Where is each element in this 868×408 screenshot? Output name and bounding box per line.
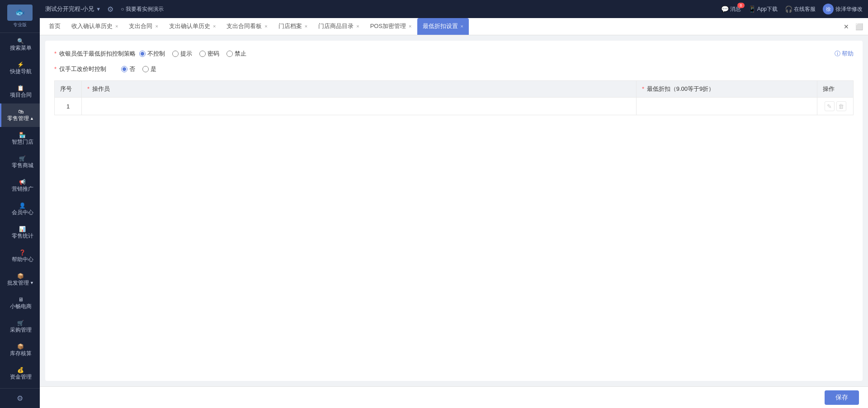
required-indicator: * bbox=[54, 66, 57, 72]
tab-close-icon[interactable]: × bbox=[356, 23, 359, 29]
message-button[interactable]: 💬 消息 8 bbox=[721, 5, 741, 13]
delete-button[interactable]: 🗑 bbox=[836, 101, 846, 111]
sidebar-item-label: 帮助中心 bbox=[12, 256, 33, 263]
help-label: 帮助 bbox=[842, 50, 854, 58]
sidebar-item-label: 会员中心 bbox=[12, 209, 33, 216]
sidebar-item-wholesale[interactable]: 📦 批发管理 ▼ bbox=[0, 268, 40, 291]
avatar: 徐 bbox=[823, 4, 834, 14]
project-dropdown-icon: ▼ bbox=[96, 6, 101, 12]
manual-yes-radio[interactable] bbox=[142, 66, 149, 72]
manual-yes-option[interactable]: 是 bbox=[142, 65, 156, 73]
manual-no-option[interactable]: 否 bbox=[121, 65, 135, 73]
tab-label: 门店档案 bbox=[278, 22, 302, 30]
sidebar-item-marketing[interactable]: 📢 营销推广 bbox=[0, 174, 40, 197]
strategy-forbid-option[interactable]: 禁止 bbox=[226, 50, 246, 58]
sidebar-item-purchase[interactable]: 🛒 采购管理 bbox=[0, 315, 40, 338]
save-button[interactable]: 保存 bbox=[825, 390, 859, 405]
strategy-no-control-option[interactable]: 不控制 bbox=[139, 50, 165, 58]
sidebar-item-label: 小畅电商 bbox=[10, 303, 32, 310]
tab-pos-password[interactable]: POS加密管理 × bbox=[365, 18, 417, 35]
help-circle-icon: ⓘ bbox=[835, 50, 840, 58]
tab-income-history[interactable]: 收入确认单历史 × bbox=[66, 18, 123, 35]
strategy-password-option[interactable]: 密码 bbox=[199, 50, 219, 58]
edit-button[interactable]: ✎ bbox=[825, 101, 835, 111]
inventory-icon: 📦 bbox=[17, 343, 24, 350]
sidebar-item-shortcut[interactable]: ⚡ 快捷导航 bbox=[0, 56, 40, 80]
topbar-demo[interactable]: ○ 我要看实例演示 bbox=[121, 5, 164, 13]
tab-close-all-button[interactable]: ✕ bbox=[841, 21, 852, 32]
member-icon: 👤 bbox=[19, 202, 26, 209]
tab-store-file[interactable]: 门店档案 × bbox=[273, 18, 313, 35]
app-download-label: App下载 bbox=[757, 5, 778, 13]
sidebar-bottom: ⚙ bbox=[0, 388, 40, 408]
tab-store-goods[interactable]: 门店商品目录 × bbox=[313, 18, 364, 35]
tab-close-icon[interactable]: × bbox=[461, 23, 463, 29]
action-buttons: ✎ 🗑 bbox=[823, 101, 848, 111]
row-operator bbox=[82, 98, 637, 115]
username: 徐泽华修改 bbox=[835, 5, 863, 13]
customer-service-icon: 🎧 bbox=[785, 5, 793, 13]
tab-close-icon[interactable]: × bbox=[305, 23, 307, 29]
app-download-button[interactable]: 📱 App下载 bbox=[748, 5, 778, 13]
topbar-settings-button[interactable]: ⚙ bbox=[107, 5, 113, 14]
tab-close-icon[interactable]: × bbox=[115, 23, 118, 29]
col-header-action: 操作 bbox=[817, 81, 854, 98]
chevron-up-icon: ▲ bbox=[30, 116, 34, 121]
strategy-label: * 收银员低于最低折扣控制策略 bbox=[54, 50, 136, 58]
manual-form-row: * 仅手工改价时控制 否 是 bbox=[54, 65, 854, 73]
topbar-project[interactable]: 测试分开完程-小兄 ▼ bbox=[45, 5, 103, 13]
sidebar-item-retail-mgmt[interactable]: 🛍 零售管理 ▲ bbox=[0, 103, 40, 127]
message-badge: 8 bbox=[737, 3, 745, 8]
stats-icon: 📊 bbox=[19, 226, 26, 232]
sidebar-item-search[interactable]: 🔍 搜索菜单 bbox=[0, 33, 40, 56]
tab-more-button[interactable]: ⬜ bbox=[854, 21, 864, 32]
sidebar-item-project-contract[interactable]: 📋 项目合同 bbox=[0, 80, 40, 103]
manual-no-radio[interactable] bbox=[121, 66, 127, 72]
tab-close-icon[interactable]: × bbox=[264, 23, 267, 29]
tab-home[interactable]: 首页 bbox=[43, 18, 66, 35]
project-name: 测试分开完程-小兄 bbox=[45, 5, 94, 13]
sidebar-item-smart-store[interactable]: 🏪 智慧门店 bbox=[0, 127, 40, 150]
tab-label: 支出合同看板 bbox=[226, 22, 262, 30]
tab-label: 最低折扣设置 bbox=[423, 22, 458, 30]
strategy-no-control-radio[interactable] bbox=[139, 51, 146, 57]
sidebar-item-label: 库存核算 bbox=[10, 350, 32, 357]
sidebar-item-label: 零售统计 bbox=[12, 232, 33, 240]
required-indicator: * bbox=[54, 50, 57, 57]
col-header-seq: 序号 bbox=[55, 81, 82, 98]
marketing-icon: 📢 bbox=[19, 179, 26, 185]
strategy-password-radio[interactable] bbox=[199, 51, 206, 57]
strategy-remind-option[interactable]: 提示 bbox=[172, 50, 192, 58]
tab-close-icon[interactable]: × bbox=[409, 23, 411, 29]
tab-pay-contract[interactable]: 支出合同 × bbox=[123, 18, 163, 35]
topbar: 测试分开完程-小兄 ▼ ⚙ ○ 我要看实例演示 💬 消息 8 📱 App下载 🎧… bbox=[40, 0, 868, 18]
tab-min-discount[interactable]: 最低折扣设置 × bbox=[417, 18, 469, 35]
sidebar-item-member-center[interactable]: 👤 会员中心 bbox=[0, 197, 40, 221]
settings-button[interactable]: ⚙ bbox=[17, 394, 23, 403]
strategy-remind-radio[interactable] bbox=[172, 51, 179, 57]
row-seq: 1 bbox=[55, 98, 82, 115]
manual-radio-group: 否 是 bbox=[121, 65, 156, 73]
strategy-radio-group: 不控制 提示 密码 禁止 bbox=[139, 50, 246, 58]
sidebar-item-help-center[interactable]: ❓ 帮助中心 bbox=[0, 244, 40, 268]
tab-close-icon[interactable]: × bbox=[213, 23, 216, 29]
col-header-discount: * 最低折扣（9.00等于9折） bbox=[637, 81, 817, 98]
customer-service-label: 在线客服 bbox=[794, 5, 816, 13]
customer-service-button[interactable]: 🎧 在线客服 bbox=[785, 5, 816, 13]
tab-pay-history[interactable]: 支出确认单历史 × bbox=[164, 18, 221, 35]
discount-table: 序号 * 操作员 * 最低折扣（9.00等于9折） 操作 bbox=[54, 80, 854, 115]
sidebar-item-retail-stats[interactable]: 📊 零售统计 bbox=[0, 221, 40, 244]
app-download-icon: 📱 bbox=[748, 5, 756, 13]
help-button[interactable]: ⓘ 帮助 bbox=[835, 50, 854, 58]
user-menu[interactable]: 徐 徐泽华修改 bbox=[823, 4, 863, 14]
shortcut-icon: ⚡ bbox=[17, 61, 24, 68]
tab-close-icon[interactable]: × bbox=[155, 23, 158, 29]
sidebar-item-retail-mall[interactable]: 🛒 零售商城 bbox=[0, 150, 40, 174]
topbar-right: 💬 消息 8 📱 App下载 🎧 在线客服 徐 徐泽华修改 bbox=[721, 4, 863, 14]
sidebar: 🐟 专业版 🔍 搜索菜单 ⚡ 快捷导航 📋 项目合同 🛍 零售管理 ▲ 🏪 智慧… bbox=[0, 0, 40, 408]
sidebar-item-inventory[interactable]: 📦 库存核算 bbox=[0, 338, 40, 362]
strategy-forbid-radio[interactable] bbox=[226, 51, 233, 57]
sidebar-item-ecommerce[interactable]: 🖥 小畅电商 bbox=[0, 291, 40, 315]
sidebar-item-finance[interactable]: 💰 资金管理 bbox=[0, 362, 40, 385]
tab-pay-board[interactable]: 支出合同看板 × bbox=[221, 18, 273, 35]
